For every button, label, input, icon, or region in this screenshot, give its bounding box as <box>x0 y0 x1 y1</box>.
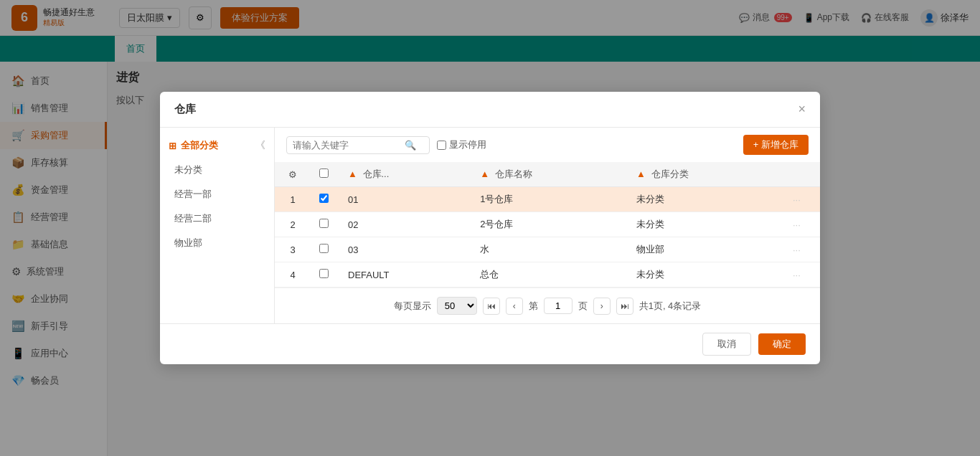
table-row[interactable]: 1 01 1号仓库 未分类 ··· <box>275 187 820 212</box>
search-box: 🔍 <box>286 136 430 154</box>
row-index: 1 <box>275 187 311 212</box>
sort-name-icon: ▲ <box>480 168 489 179</box>
category-panel: ⊞ 全部分类 《 未分类 经营一部 经营二部 物业部 <box>160 128 275 323</box>
th-code: ▲ 仓库... <box>339 162 471 187</box>
row-more[interactable]: ··· <box>784 262 820 288</box>
table-panel: 🔍 显示停用 + 新增仓库 ⚙ <box>275 128 820 323</box>
sort-cat-icon: ▲ <box>636 168 646 179</box>
row-code: 01 <box>339 187 471 212</box>
search-icon: 🔍 <box>405 140 416 151</box>
row-category: 物业部 <box>628 237 784 262</box>
row-more[interactable]: ··· <box>784 212 820 237</box>
more-icon[interactable]: ··· <box>793 194 801 205</box>
th-actions <box>784 162 820 187</box>
warehouse-modal: 仓库 × ⊞ 全部分类 《 未分类 经营一部 经营二部 物业部 🔍 <box>160 92 820 364</box>
row-category: 未分类 <box>628 212 784 237</box>
page-num-label: 第 <box>529 300 538 313</box>
page-label: 页 <box>578 300 588 313</box>
first-page-button[interactable]: ⏮ <box>483 298 500 315</box>
table-toolbar: 🔍 显示停用 + 新增仓库 <box>275 128 820 162</box>
show-disabled-checkbox-label[interactable]: 显示停用 <box>437 138 486 151</box>
row-checkbox[interactable] <box>311 262 339 288</box>
more-icon[interactable]: ··· <box>793 244 801 255</box>
per-page-select[interactable]: 50 20 100 <box>437 297 477 315</box>
page-number-input[interactable] <box>544 298 573 314</box>
modal-body: ⊞ 全部分类 《 未分类 经营一部 经营二部 物业部 🔍 显示停用 <box>160 128 820 323</box>
row-code: 02 <box>339 212 471 237</box>
total-info: 共1页, 4条记录 <box>639 300 702 313</box>
collapse-icon[interactable]: 《 <box>255 139 265 152</box>
search-input[interactable] <box>293 140 400 151</box>
settings-icon: ⚙ <box>288 169 297 180</box>
show-disabled-checkbox[interactable] <box>437 141 446 150</box>
modal-close-button[interactable]: × <box>798 102 806 117</box>
category-item-ops2[interactable]: 经营二部 <box>160 206 274 231</box>
table-row[interactable]: 4 DEFAULT 总仓 未分类 ··· <box>275 262 820 288</box>
modal-header: 仓库 × <box>160 92 820 128</box>
all-categories-button[interactable]: ⊞ 全部分类 <box>169 139 218 152</box>
th-category: ▲ 仓库分类 <box>628 162 784 187</box>
row-name: 1号仓库 <box>471 187 628 212</box>
add-warehouse-button[interactable]: + 新增仓库 <box>743 135 809 155</box>
category-item-ops1[interactable]: 经营一部 <box>160 182 274 206</box>
last-page-button[interactable]: ⏭ <box>616 298 633 315</box>
per-page-label: 每页显示 <box>394 300 431 313</box>
sort-icon: ▲ <box>348 168 357 179</box>
row-category: 未分类 <box>628 187 784 212</box>
table-scroll: ⚙ ▲ 仓库... ▲ 仓库名称 <box>275 162 820 288</box>
row-checkbox[interactable] <box>311 187 339 212</box>
category-header: ⊞ 全部分类 《 <box>160 133 274 158</box>
row-index: 3 <box>275 237 311 262</box>
next-page-button[interactable]: › <box>593 298 611 315</box>
row-more[interactable]: ··· <box>784 187 820 212</box>
grid-icon: ⊞ <box>169 141 176 151</box>
confirm-button[interactable]: 确定 <box>758 333 806 355</box>
row-checkbox[interactable] <box>311 212 339 237</box>
row-index: 4 <box>275 262 311 288</box>
row-category: 未分类 <box>628 262 784 288</box>
row-index: 2 <box>275 212 311 237</box>
pagination: 每页显示 50 20 100 ⏮ ‹ 第 页 › ⏭ 共1页, 4条记录 <box>275 288 820 323</box>
row-name: 水 <box>471 237 628 262</box>
th-name: ▲ 仓库名称 <box>471 162 628 187</box>
more-icon[interactable]: ··· <box>793 219 801 230</box>
category-item-property[interactable]: 物业部 <box>160 231 274 255</box>
table-row[interactable]: 3 03 水 物业部 ··· <box>275 237 820 262</box>
modal-footer: 取消 确定 <box>160 323 820 364</box>
select-all-checkbox[interactable] <box>319 168 329 178</box>
table-header-row: ⚙ ▲ 仓库... ▲ 仓库名称 <box>275 162 820 187</box>
prev-page-button[interactable]: ‹ <box>506 298 523 315</box>
more-icon[interactable]: ··· <box>793 270 801 280</box>
category-item-unclassified[interactable]: 未分类 <box>160 158 274 182</box>
row-code: DEFAULT <box>339 262 471 288</box>
table-row[interactable]: 2 02 2号仓库 未分类 ··· <box>275 212 820 237</box>
row-name: 2号仓库 <box>471 212 628 237</box>
cancel-button[interactable]: 取消 <box>702 333 751 356</box>
row-more[interactable]: ··· <box>784 237 820 262</box>
row-name: 总仓 <box>471 262 628 288</box>
row-code: 03 <box>339 237 471 262</box>
row-checkbox[interactable] <box>311 237 339 262</box>
th-checkbox <box>311 162 339 187</box>
modal-title: 仓库 <box>174 103 196 116</box>
th-settings: ⚙ <box>275 162 311 187</box>
warehouse-table: ⚙ ▲ 仓库... ▲ 仓库名称 <box>275 162 820 288</box>
